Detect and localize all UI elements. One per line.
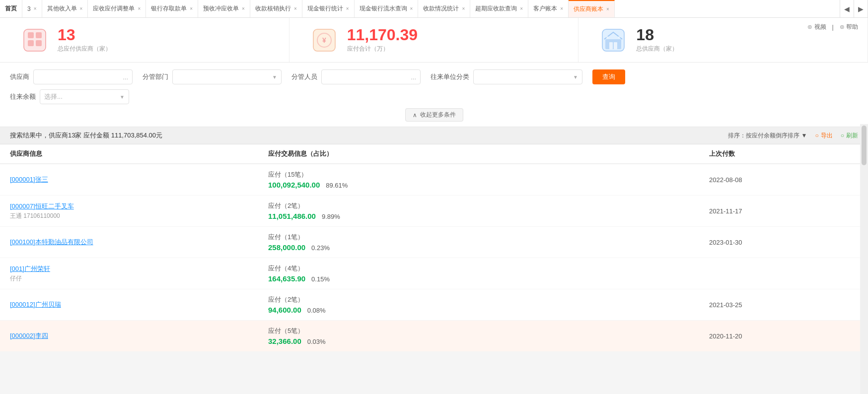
supplier-filter-label: 供应商 xyxy=(10,72,29,81)
svg-rect-11 xyxy=(614,42,617,49)
supplier-info-cell: [000001]张三 xyxy=(10,175,268,184)
nav-scroll-right[interactable]: ▶ xyxy=(854,0,868,18)
nav-scroll-left[interactable]: ◀ xyxy=(840,0,854,18)
close-icon[interactable]: × xyxy=(410,6,413,11)
supplier-info-cell: [001]广州荣轩 仔仔 xyxy=(10,264,268,283)
tx-amount-row: 100,092,540.00 89.61% xyxy=(268,181,709,189)
nav-tab-bank-deposit[interactable]: 银行存取款单 × xyxy=(146,0,198,18)
chevron-down-icon: ▼ xyxy=(272,74,277,80)
nav-tab-advance-collect[interactable]: 预收冲应收单 × xyxy=(198,0,250,18)
tx-amount[interactable]: 164,635.90 xyxy=(268,274,305,283)
close-icon[interactable]: × xyxy=(294,6,297,11)
balance-filter-label: 往来余额 xyxy=(10,92,36,101)
summary-payable-suppliers: 13 总应付供应商（家） xyxy=(0,18,289,62)
nav-tab-cash-bank-stat[interactable]: 现金银行统计 × xyxy=(302,0,355,18)
close-icon[interactable]: × xyxy=(520,6,523,11)
tx-pct: 0.03% xyxy=(307,338,326,345)
dept-filter-label: 分管部门 xyxy=(143,72,168,81)
supplier-sub-info: 仔仔 xyxy=(10,274,268,283)
close-icon[interactable]: × xyxy=(80,6,83,11)
tx-amount[interactable]: 100,092,540.00 xyxy=(268,181,320,189)
supplier-link[interactable]: [000012]广州贝瑞 xyxy=(10,301,61,308)
supplier-link[interactable]: [000001]张三 xyxy=(10,176,48,183)
tx-label: 应付（15笔） xyxy=(268,170,709,179)
divider: | xyxy=(832,23,834,31)
nav-tab-supplier-account[interactable]: 供应商账本 × xyxy=(569,0,615,18)
supplier-link[interactable]: [000007]恒旺二手叉车 xyxy=(10,202,74,210)
balance-placeholder: 选择... xyxy=(44,92,63,101)
supplier-input[interactable]: ... xyxy=(33,69,133,84)
chevron-down-icon: ▼ xyxy=(801,132,807,139)
last-payment-cell: 2020-11-20 xyxy=(709,332,858,340)
scroll-thumb[interactable] xyxy=(862,126,867,165)
nav-tab-payment-exec[interactable]: 收款核销执行 × xyxy=(250,0,302,18)
refresh-button[interactable]: ○ 刷新 xyxy=(841,131,858,140)
tab-other-income-label: 其他收入单 xyxy=(47,4,77,13)
total-suppliers-label: 总供应商（家） xyxy=(636,45,678,53)
transaction-info-cell: 应付（15笔） 100,092,540.00 89.61% xyxy=(268,170,709,189)
person-input[interactable]: ... xyxy=(321,69,421,84)
nav-tab-overdue[interactable]: 超期应收款查询 × xyxy=(470,0,528,18)
tx-amount[interactable]: 32,366.00 xyxy=(268,337,301,345)
collapse-filter-button[interactable]: ∧ 收起更多条件 xyxy=(405,108,463,122)
tab-3-label: 3 xyxy=(27,5,31,12)
close-icon[interactable]: × xyxy=(34,6,37,11)
nav-tab-adjustments[interactable]: 应收应付调整单 × xyxy=(88,0,146,18)
supplier-link[interactable]: [000002]李四 xyxy=(10,332,48,339)
nav-tab-3[interactable]: 3 × xyxy=(22,0,42,18)
nav-tab-customer-account[interactable]: 客户账本 × xyxy=(528,0,569,18)
nav-tab-cash-flow[interactable]: 现金银行流水查询 × xyxy=(355,0,419,18)
supplier-link[interactable]: [000100]本特勤油品有限公司 xyxy=(10,238,93,246)
balance-filter: 往来余额 选择... ▼ xyxy=(10,89,129,104)
scrollbar[interactable] xyxy=(860,124,868,394)
transaction-info-cell: 应付（5笔） 32,366.00 0.03% xyxy=(268,327,709,345)
payable-suppliers-number: 13 xyxy=(58,27,111,43)
close-icon[interactable]: × xyxy=(138,6,141,11)
results-info: 搜索结果中，供应商13家 应付金额 111,703,854.00元 xyxy=(10,131,162,140)
svg-rect-4 xyxy=(36,40,42,46)
nav-tab-home[interactable]: 首页 xyxy=(0,0,22,18)
payable-amount-number: 11,170.39 xyxy=(347,27,418,43)
svg-rect-9 xyxy=(605,39,621,49)
close-icon[interactable]: × xyxy=(242,6,245,11)
tx-amount[interactable]: 11,051,486.00 xyxy=(268,212,316,220)
table-row: [000001]张三 应付（15笔） 100,092,540.00 89.61%… xyxy=(0,164,868,196)
top-navigation: 首页 3 × 其他收入单 × 应收应付调整单 × 银行存取款单 × 预收冲应收单… xyxy=(0,0,868,18)
data-table: 供应商信息 应付交易信息（占比） 上次付数 [000001]张三 应付（15笔）… xyxy=(0,144,868,352)
summary-amount-text: 11,170.39 应付合计（万） xyxy=(347,27,418,53)
top-right-links: ⊙ 视频 | ⊙ 帮助 xyxy=(807,23,858,31)
tx-amount-row: 94,600.00 0.08% xyxy=(268,306,709,314)
help-link[interactable]: ⊙ 帮助 xyxy=(840,23,858,31)
tx-amount-row: 258,000.00 0.23% xyxy=(268,243,709,252)
svg-rect-0 xyxy=(24,29,46,51)
supplier-info-cell: [000012]广州贝瑞 xyxy=(10,300,268,309)
collapse-label: 收起更多条件 xyxy=(420,111,456,119)
nav-tab-other-income[interactable]: 其他收入单 × xyxy=(42,0,88,18)
video-link[interactable]: ⊙ 视频 xyxy=(807,23,826,31)
balance-select[interactable]: 选择... ▼ xyxy=(40,89,129,104)
supplier-link[interactable]: [001]广州荣轩 xyxy=(10,265,50,272)
category-select[interactable]: ▼ xyxy=(473,69,582,84)
collapse-chevron-icon: ∧ xyxy=(413,112,417,119)
tx-amount[interactable]: 94,600.00 xyxy=(268,306,301,314)
nav-tab-collection-stat[interactable]: 收款情况统计 × xyxy=(418,0,470,18)
tx-amount[interactable]: 258,000.00 xyxy=(268,243,305,252)
close-icon[interactable]: × xyxy=(190,6,193,11)
export-label: 导出 xyxy=(821,131,833,140)
supplier-filter: 供应商 ... xyxy=(10,69,133,84)
close-icon[interactable]: × xyxy=(560,6,563,11)
sort-label: 排序：按应付余额倒序排序 xyxy=(728,131,799,140)
close-icon[interactable]: × xyxy=(346,6,349,11)
export-button[interactable]: ○ 导出 xyxy=(815,131,833,140)
home-label: 首页 xyxy=(5,4,17,13)
search-button[interactable]: 查询 xyxy=(592,69,625,84)
close-icon[interactable]: × xyxy=(462,6,465,11)
close-icon[interactable]: × xyxy=(606,6,609,12)
category-filter: 往来单位分类 ▼ xyxy=(431,69,582,84)
results-bar: 搜索结果中，供应商13家 应付金额 111,703,854.00元 排序：按应付… xyxy=(0,127,868,144)
tab-advance-collect-label: 预收冲应收单 xyxy=(203,4,239,13)
tx-label: 应付（1笔） xyxy=(268,233,709,242)
tab-supplier-account-label: 供应商账本 xyxy=(574,5,603,13)
dept-select[interactable]: ▼ xyxy=(172,69,282,84)
sort-dropdown[interactable]: 排序：按应付余额倒序排序 ▼ xyxy=(728,131,807,140)
